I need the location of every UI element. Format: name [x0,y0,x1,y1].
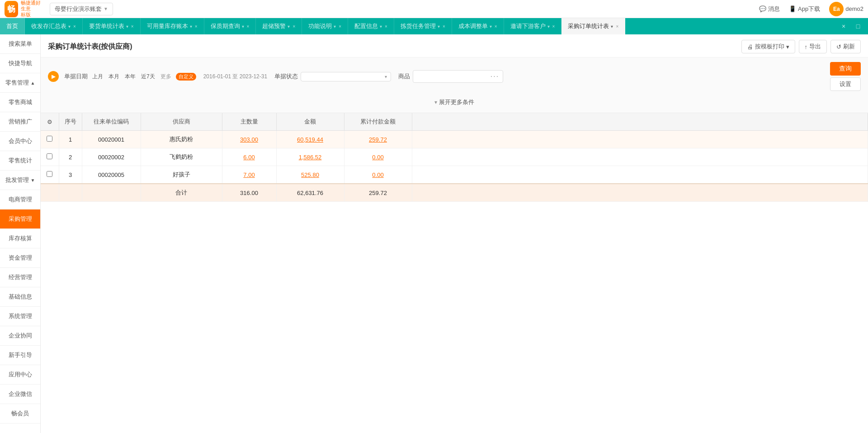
tab-chengbentiaozheng[interactable]: 成本调整单 ▾ × [452,18,504,34]
message-button[interactable]: 💬 消息 [759,5,780,13]
print-button[interactable]: 🖨 按模板打印 ▾ [741,40,795,53]
tab-close-icon[interactable]: × [73,24,76,29]
tab-close-icon[interactable]: × [247,24,250,29]
close-tab-button[interactable]: × [837,20,850,33]
export-button[interactable]: ↑ 导出 [799,40,827,53]
sidebar-item-label: 零售管理 [5,79,29,87]
tab-dropdown-icon: ▾ [68,24,71,29]
tab-close-icon[interactable]: × [495,24,497,29]
tab-peizhixinxi[interactable]: 配置信息 ▾ × [348,18,394,34]
cell-supplier: 飞鹤奶粉 [141,148,222,166]
user-menu[interactable]: Ea demo2 [829,2,863,16]
sidebar-item-retailmall[interactable]: 零售商城 [0,93,40,112]
refresh-icon: ↺ [836,43,841,50]
tab-zhihuorenwuguanli[interactable]: 拣货任务管理 ▾ × [394,18,452,34]
tab-close-icon[interactable]: × [385,24,387,29]
sidebar-item-systemmgmt[interactable]: 系统管理 [0,307,40,326]
cell-checkbox[interactable] [41,166,59,184]
tab-yaoqingxiayoukehuo[interactable]: 邀请下游客户 ▾ × [504,18,562,34]
query-button[interactable]: 查询 [830,62,861,76]
sidebar-item-batchmgmt[interactable]: 批发管理 ▼ [0,171,40,190]
sidebar-item-operationmgmt[interactable]: 经营管理 [0,268,40,287]
restore-tab-button[interactable]: □ [852,20,864,33]
tab-gongnengshuo[interactable]: 功能说明 ▾ × [302,18,348,34]
filter-settings-button[interactable]: 设置 [830,77,861,91]
tab-dropdown-icon: ▾ [611,24,613,29]
amount-link[interactable]: 1,586.52 [299,154,322,161]
sidebar-item-enterprisecollab[interactable]: 企业协同 [0,326,40,346]
shortcut-this-year[interactable]: 本年 [123,72,137,81]
sidebar-item-fundmgmt[interactable]: 资金管理 [0,248,40,268]
sidebar-item-enterprisewechat[interactable]: 企业微信 [0,385,40,404]
cell-checkbox[interactable] [41,148,59,166]
tab-baozhanqichaxun[interactable]: 保质期查询 ▾ × [204,18,256,34]
expand-more-button[interactable]: ▾ 展开更多条件 [431,96,478,108]
tab-close-icon[interactable]: × [616,24,618,29]
tab-caigoudingtantongjibiao[interactable]: 采购订单统计表 ▾ × [561,18,625,34]
tab-dropdown-icon: ▾ [334,24,336,29]
sidebar-item-label: 电商管理 [9,196,32,203]
paid-link[interactable]: 0.00 [372,171,383,178]
shortcut-this-month[interactable]: 本月 [107,72,121,81]
tab-close-icon[interactable]: × [339,24,341,29]
tab-shoufahuizongbiao[interactable]: 收发存汇总表 ▾ × [25,18,83,34]
shortcut-last-7days[interactable]: 近7天 [139,72,157,81]
th-code: 往来单位编码 [82,113,141,131]
shortcut-more[interactable]: 更多 [159,72,173,81]
cell-checkbox[interactable] [41,131,59,148]
refresh-button[interactable]: ↺ 刷新 [830,40,861,53]
paid-link[interactable]: 0.00 [372,154,383,161]
tab-home[interactable]: 首页 [0,18,25,34]
sidebar-item-newbieguide[interactable]: 新手引导 [0,346,40,365]
cell-amount: 60,519.44 [276,131,344,148]
tab-close-icon[interactable]: × [443,24,445,29]
workspace-selector[interactable]: 母婴行业演示账套 ▼ [50,3,113,15]
filter-goods-item: 商品 ··· [398,70,503,83]
footer-label: 合计 [141,184,222,202]
paid-link[interactable]: 259.72 [369,136,387,143]
amount-link[interactable]: 525.80 [301,171,319,178]
tab-keyongliangkucunzhangben[interactable]: 可用量库存账本 ▾ × [141,18,204,34]
app-download-button[interactable]: 📱 App下载 [789,5,820,13]
th-settings[interactable]: ⚙ [41,113,59,131]
sidebar-item-inventorycheck[interactable]: 库存核算 [0,229,40,248]
app-download-label: App下载 [798,5,820,13]
sidebar-item-marketingpromote[interactable]: 营销推广 [0,112,40,132]
tab-close-icon[interactable]: × [131,24,134,29]
tab-dropdown-icon: ▾ [190,24,192,29]
sidebar-item-purchasemgmt[interactable]: 采购管理 [0,209,40,229]
table-row: 2 00020002 飞鹤奶粉 6.00 1,586.52 0.00 [41,148,868,166]
cell-num: 2 [59,148,82,166]
qty-link[interactable]: 6.00 [243,154,255,161]
tab-yaohuodantongjibiao[interactable]: 要货单统计表 ▾ × [83,18,141,34]
tab-chaochuyujing[interactable]: 超储预警 ▾ × [256,18,302,34]
tab-close-icon[interactable]: × [195,24,198,29]
goods-input[interactable]: ··· [413,70,503,83]
sidebar-item-retailmgmt[interactable]: 零售管理 ▲ [0,73,40,93]
sidebar-item-ecommercemgmt[interactable]: 电商管理 [0,190,40,209]
filter-date-range-item: 2016-01-01 至 2023-12-31 [203,73,267,81]
qty-link[interactable]: 303.00 [240,136,258,143]
sidebar-item-quicknav[interactable]: 快捷导航 [0,54,40,73]
sidebar-item-basicinfo[interactable]: 基础信息 [0,287,40,307]
sidebar-item-label: 批发管理 [5,176,29,184]
amount-link[interactable]: 60,519.44 [297,136,323,143]
cell-extra [412,166,868,184]
cell-qty: 7.00 [222,166,276,184]
sidebar-item-appcenter[interactable]: 应用中心 [0,365,40,385]
sidebar-item-retailstats[interactable]: 零售统计 [0,151,40,171]
filter-toggle-button[interactable]: ▶ [48,71,59,82]
status-select[interactable]: ▾ [301,72,391,81]
sidebar-item-label: 采购管理 [9,215,32,222]
sidebar-item-vip[interactable]: 畅会员 [0,404,40,423]
tab-close-icon[interactable]: × [552,24,555,29]
sidebar-item-membercenter[interactable]: 会员中心 [0,132,40,151]
table-body: 1 00020001 惠氏奶粉 303.00 60,519.44 259.72 … [41,131,868,184]
sidebar-item-search[interactable]: 搜索菜单 [0,34,40,54]
qty-link[interactable]: 7.00 [243,171,255,178]
tab-close-icon[interactable]: × [292,24,295,29]
tab-dropdown-icon: ▾ [438,24,440,29]
custom-date-badge[interactable]: 自定义 [176,73,196,81]
shortcut-last-month[interactable]: 上月 [90,72,105,81]
table-footer: 合计 316.00 62,631.76 259.72 [41,184,868,202]
